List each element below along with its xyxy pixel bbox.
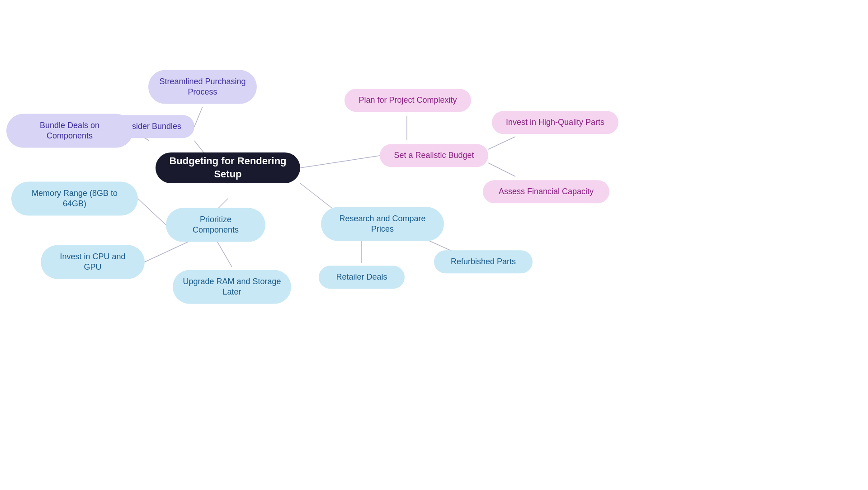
- research-node: Research and Compare Prices: [321, 207, 444, 241]
- streamlined-node: Streamlined Purchasing Process: [148, 70, 257, 104]
- invest-quality-node: Invest in High-Quality Parts: [492, 111, 618, 134]
- invest-cpu-node: Invest in CPU and GPU: [41, 245, 145, 279]
- svg-line-10: [300, 156, 380, 168]
- upgrade-ram-node: Upgrade RAM and Storage Later: [173, 270, 291, 304]
- set-budget-node: Set a Realistic Budget: [380, 144, 488, 167]
- svg-line-4: [138, 199, 166, 225]
- prioritize-node: Prioritize Components: [166, 208, 265, 242]
- refurbished-node: Refurbished Parts: [434, 250, 533, 273]
- svg-line-6: [216, 239, 232, 267]
- svg-line-12: [488, 137, 515, 149]
- center-node: Budgeting for Rendering Setup: [156, 152, 300, 183]
- plan-complexity-node: Plan for Project Complexity: [344, 89, 471, 112]
- svg-line-13: [488, 163, 515, 176]
- bundle-deals-node: Bundle Deals on Components: [6, 114, 133, 148]
- svg-line-1: [194, 107, 203, 127]
- memory-range-node: Memory Range (8GB to 64GB): [11, 182, 138, 216]
- svg-line-5: [145, 239, 194, 262]
- assess-financial-node: Assess Financial Capacity: [483, 180, 609, 203]
- retailer-deals-node: Retailer Deals: [319, 266, 405, 289]
